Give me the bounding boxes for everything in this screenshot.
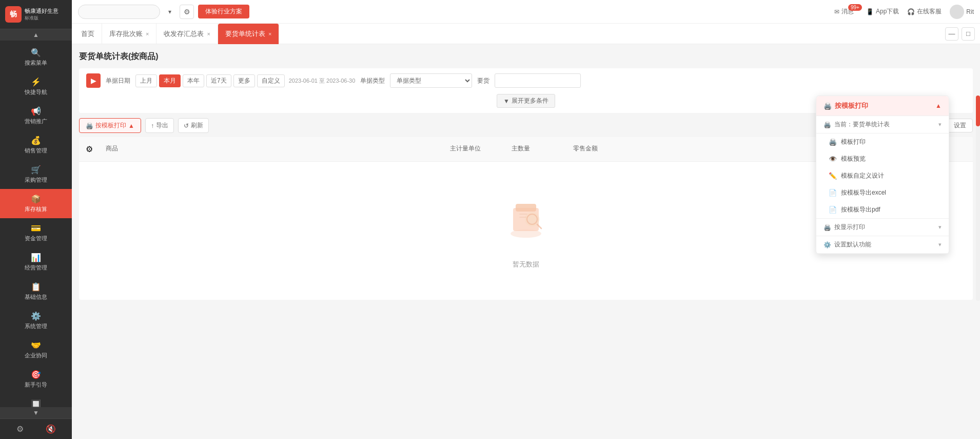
tab-inventory-batch[interactable]: 库存批次账 × (102, 24, 156, 44)
table-col-retail: 零售金额 (567, 141, 629, 157)
header-search-input[interactable] (78, 5, 160, 19)
sidebar-nav: 🔍 搜索菜单 ⚡ 快捷导航 📢 营销推广 💰 销售管理 🛒 采购管理 📦 库存核… (0, 41, 72, 407)
messages-button[interactable]: ✉ 消息 99+ (834, 7, 858, 16)
template-design-label: 模板自定义设计 (841, 171, 884, 180)
sidebar-item-purchase[interactable]: 🛒 采购管理 (0, 160, 72, 189)
sidebar-item-system[interactable]: ⚙️ 系统管理 (0, 306, 72, 335)
search-nav-label: 搜索菜单 (25, 59, 47, 67)
print-template-button[interactable]: 🖨️ 按模板打印 ▲ (79, 118, 141, 133)
date-range-text: 2023-06-01 至 2023-06-30 (289, 77, 356, 85)
date-btn-more[interactable]: 更多 (233, 74, 255, 87)
order-item-input[interactable] (495, 73, 581, 88)
date-btn-this-year[interactable]: 本年 (183, 74, 204, 87)
tab-summary-close[interactable]: × (207, 31, 210, 37)
tab-inventory-batch-close[interactable]: × (146, 31, 149, 37)
tab-maximize-button[interactable]: □ (962, 27, 975, 41)
header-right: ✉ 消息 99+ 📱 App下载 🎧 在线客服 Rit (834, 5, 974, 19)
sales-nav-icon: 💰 (31, 136, 41, 145)
right-scrollbar[interactable] (976, 96, 980, 301)
online-service-button[interactable]: 🎧 在线客服 (907, 7, 942, 16)
dropdown-collapse-icon[interactable]: ▲ (935, 102, 942, 109)
template-print-icon: 🖨️ (829, 138, 837, 146)
message-icon: ✉ (834, 8, 839, 15)
app-name: 畅康通好生意 (25, 7, 58, 14)
sidebar-scroll-up[interactable]: ▲ (0, 29, 72, 41)
date-btn-last-month[interactable]: 上月 (135, 74, 157, 87)
filter-row: ▶ 单据日期 上月 本月 本年 近7天 更多 自定义 2023-06-01 至 … (86, 73, 966, 88)
type-select[interactable]: 单据类型 (390, 73, 472, 88)
refresh-label: 刷新 (191, 121, 203, 130)
sidebar-item-sales[interactable]: 💰 销售管理 (0, 130, 72, 160)
sidebar-scroll-down[interactable]: ▼ (0, 407, 72, 418)
app-download-label: App下载 (876, 7, 899, 16)
dropdown-item-template-design[interactable]: ✏️ 模板自定义设计 (816, 167, 949, 184)
sidebar-item-enterprise[interactable]: 🤝 企业协同 (0, 335, 72, 365)
sidebar-item-appstore[interactable]: 🔲 应用中心 (0, 394, 72, 407)
sidebar-item-operations[interactable]: 📊 经营管理 (0, 247, 72, 277)
system-nav-icon: ⚙️ (31, 311, 41, 321)
template-preview-label: 模板预览 (841, 155, 866, 163)
dropdown-item-export-excel[interactable]: 📄 按模板导出excel (816, 184, 949, 201)
settings-bottom-icon[interactable]: ⚙ (16, 424, 24, 434)
dropdown-item-template-preview[interactable]: 👁️ 模板预览 (816, 150, 949, 167)
export-excel-icon: 📄 (829, 189, 837, 197)
settings-button[interactable]: 设置 (947, 119, 973, 132)
tab-bar: 首页 库存批次账 × 收发存汇总表 × 要货单统计表 × — □ (72, 24, 980, 44)
header-dropdown-button[interactable]: ▾ (164, 6, 175, 17)
tab-order-stats-close[interactable]: × (268, 31, 271, 37)
expand-more-icon: ▼ (503, 98, 509, 105)
dropdown-item-template-print[interactable]: 🖨️ 模板打印 (816, 133, 949, 150)
mute-bottom-icon[interactable]: 🔇 (46, 424, 56, 434)
sidebar-item-newbie[interactable]: 🎯 新手引导 (0, 365, 72, 394)
sidebar-item-shortcut[interactable]: ⚡ 快捷导航 (0, 72, 72, 101)
action-bar-left: 🖨️ 按模板打印 ▲ ↑ 导出 ↺ 刷新 (79, 118, 209, 133)
date-btn-7days[interactable]: 近7天 (206, 74, 231, 87)
sidebar-item-marketing[interactable]: 📢 营销推广 (0, 101, 72, 130)
dropdown-display-header[interactable]: 🖨️ 按显示打印 ▾ (816, 219, 949, 236)
sidebar-item-inventory[interactable]: 📦 库存核算 (0, 189, 72, 218)
logo-text-block: 畅康通好生意 标准版 (25, 7, 58, 21)
dropdown-title: 🖨️ 按模板打印 (824, 101, 868, 110)
filter-expand-button[interactable]: ▶ (86, 73, 101, 88)
tab-inventory-batch-label: 库存批次账 (109, 29, 143, 39)
header-gear-button[interactable]: ⚙ (180, 5, 194, 19)
refresh-button[interactable]: ↺ 刷新 (178, 118, 209, 133)
app-download-icon: 📱 (866, 8, 874, 15)
dropdown-current-header[interactable]: 🖨️ 当前：要货单统计表 ▾ (816, 116, 949, 133)
app-download-button[interactable]: 📱 App下载 (866, 7, 899, 16)
system-nav-label: 系统管理 (25, 322, 47, 330)
date-btn-custom[interactable]: 自定义 (257, 74, 285, 87)
default-section-arrow-icon: ▾ (938, 241, 942, 248)
search-nav-icon: 🔍 (31, 48, 41, 58)
sidebar-item-search[interactable]: 🔍 搜索菜单 (0, 43, 72, 72)
tab-order-stats[interactable]: 要货单统计表 × (218, 24, 279, 44)
expand-more-button[interactable]: ▼ 展开更多条件 (497, 94, 555, 108)
dropdown-item-export-pdf[interactable]: 📄 按模板导出pdf (816, 201, 949, 218)
tab-minimize-button[interactable]: — (945, 27, 958, 41)
dropdown-items-section: 🖨️ 模板打印 👁️ 模板预览 ✏️ 模板自定义设计 📄 按模板导出excel … (816, 133, 949, 219)
dropdown-header: 🖨️ 按模板打印 ▲ (816, 96, 949, 116)
finance-nav-label: 资金管理 (25, 235, 47, 242)
marketing-nav-label: 营销推广 (25, 118, 47, 125)
tab-home-label: 首页 (81, 29, 94, 39)
sidebar-item-finance[interactable]: 💳 资金管理 (0, 218, 72, 247)
table-settings-icon-cell[interactable]: ⚙ (79, 141, 100, 157)
template-preview-icon: 👁️ (829, 155, 837, 163)
dropdown-default-header[interactable]: ⚙️ 设置默认功能 ▾ (816, 236, 949, 253)
export-button[interactable]: ↑ 导出 (145, 118, 174, 133)
logo-icon: 畅 (5, 6, 22, 23)
tab-home[interactable]: 首页 (77, 24, 102, 44)
app-version: 标准版 (25, 15, 58, 22)
main-area: ▾ ⚙ 体验行业方案 ✉ 消息 99+ 📱 App下载 🎧 在线客服 Rit (72, 0, 980, 439)
default-section-icon: ⚙️ (824, 241, 831, 249)
user-avatar-button[interactable]: Rit (950, 5, 974, 19)
current-section-icon: 🖨️ (824, 121, 831, 128)
date-btn-this-month[interactable]: 本月 (159, 74, 181, 87)
tab-summary[interactable]: 收发存汇总表 × (156, 24, 218, 44)
purchase-nav-icon: 🛒 (31, 165, 41, 175)
template-design-icon: ✏️ (829, 172, 837, 180)
display-print-icon: 🖨️ (824, 224, 831, 231)
trial-button[interactable]: 体验行业方案 (198, 5, 249, 18)
export-icon: ↑ (151, 122, 154, 129)
sidebar-item-basics[interactable]: 📋 基础信息 (0, 277, 72, 306)
